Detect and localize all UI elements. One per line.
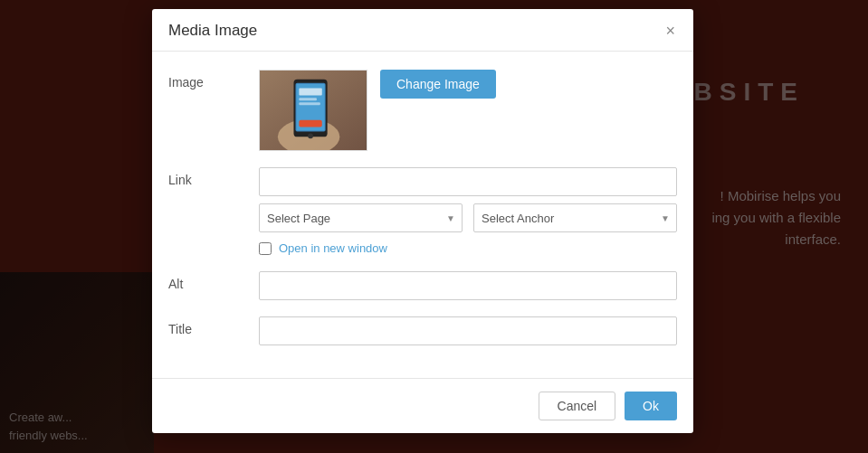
svg-rect-7 (299, 98, 317, 100)
media-image-dialog: Media Image × Image (152, 9, 693, 433)
svg-rect-9 (299, 120, 321, 127)
select-page-wrap: Select Page ▼ (259, 203, 463, 232)
select-anchor-dropdown[interactable]: Select Anchor (473, 203, 677, 232)
link-input[interactable] (259, 167, 677, 196)
select-row: Select Page ▼ Select Anchor ▼ (259, 203, 677, 232)
title-label: Title (168, 316, 259, 336)
image-box: Change Image (259, 70, 677, 151)
image-control: Change Image (259, 70, 677, 151)
svg-rect-6 (299, 89, 321, 96)
svg-rect-8 (299, 102, 320, 105)
open-new-window-label[interactable]: Open in new window (279, 241, 387, 255)
alt-input[interactable] (259, 271, 677, 300)
change-image-button[interactable]: Change Image (380, 70, 496, 99)
svg-point-10 (308, 133, 313, 138)
dialog-body: Image (152, 52, 693, 371)
select-page-dropdown[interactable]: Select Page (259, 203, 463, 232)
open-new-window-row: Open in new window (259, 241, 677, 255)
ok-button[interactable]: Ok (625, 392, 677, 420)
title-control (259, 316, 677, 345)
cancel-button[interactable]: Cancel (539, 392, 616, 420)
alt-label: Alt (168, 271, 259, 291)
open-new-window-checkbox[interactable] (259, 242, 272, 255)
title-row: Title (168, 316, 677, 345)
close-button[interactable]: × (663, 23, 677, 39)
image-label: Image (168, 70, 259, 90)
alt-control (259, 271, 677, 300)
link-label: Link (168, 167, 259, 187)
phone-svg (260, 71, 367, 150)
dialog-title: Media Image (168, 22, 257, 40)
dialog-header: Media Image × (152, 9, 693, 52)
image-thumbnail (259, 70, 367, 151)
link-row: Link Select Page ▼ Select Anchor (168, 167, 677, 255)
title-input[interactable] (259, 316, 677, 345)
dialog-footer: Cancel Ok (152, 378, 693, 433)
alt-row: Alt (168, 271, 677, 300)
link-control: Select Page ▼ Select Anchor ▼ Open in ne… (259, 167, 677, 255)
select-anchor-wrap: Select Anchor ▼ (473, 203, 677, 232)
image-row: Image (168, 70, 677, 151)
